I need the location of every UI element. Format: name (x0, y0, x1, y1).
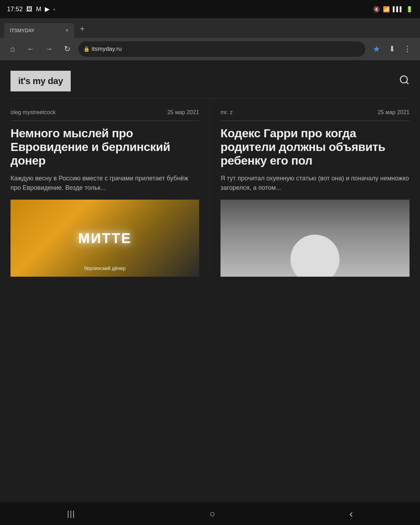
mail-icon: M (36, 6, 41, 13)
address-bar-wrapper: 🔒 (78, 41, 365, 57)
menu-button[interactable]: ⋮ (400, 42, 414, 56)
svg-line-1 (406, 82, 408, 84)
article-excerpt-1: Каждую весну в Россию вместе с грачами п… (10, 174, 199, 193)
article-date-1: 25 мар 2021 (167, 109, 199, 116)
recent-apps-button[interactable]: ||| (60, 506, 82, 521)
article-card-1[interactable]: oleg mystreetcock 25 мар 2021 Немного мы… (0, 99, 210, 277)
back-nav-button[interactable]: ‹ (342, 505, 360, 523)
article-excerpt-2: Я тут прочитал охуенную статью (вот она)… (220, 174, 410, 193)
dot-icon: ● (53, 7, 55, 11)
download-button[interactable]: ⬇ (385, 42, 399, 56)
article-image-2 (220, 200, 410, 277)
article-title-2: Кодекс Гарри про когда родители должны о… (220, 126, 410, 167)
toolbar-right: ★ ⬇ ⋮ (370, 42, 414, 56)
site-content: it's my day oleg mystreetcock 25 мар 202… (0, 60, 420, 502)
address-input[interactable] (78, 41, 365, 57)
articles-grid: oleg mystreetcock 25 мар 2021 Немного мы… (0, 99, 420, 277)
lock-icon: 🔒 (83, 46, 90, 52)
article-card-2[interactable]: mr. z 25 мар 2021 Кодекс Гарри про когда… (210, 99, 420, 277)
status-bar: 17:52 🖼 M ▶ ● 🔇 📶 ▌▌▌ 🔋 (0, 0, 420, 18)
browser-toolbar: ⌂ ← → ↻ 🔒 ★ ⬇ ⋮ (0, 38, 420, 60)
home-nav-button[interactable]: ○ (203, 506, 222, 522)
mute-icon: 🔇 (373, 6, 380, 13)
browser-tab-active[interactable]: ITSMYDAY × (4, 23, 74, 38)
battery-icon: 🔋 (406, 6, 413, 13)
youtube-icon: ▶ (45, 5, 50, 13)
site-header: it's my day (0, 60, 420, 98)
signal-icon: ▌▌▌ (393, 6, 403, 12)
new-tab-button[interactable]: + (76, 21, 89, 36)
status-left: 17:52 🖼 M ▶ ● (7, 5, 55, 13)
refresh-button[interactable]: ↻ (60, 42, 74, 56)
article-image-1 (10, 200, 199, 277)
forward-button[interactable]: → (42, 42, 56, 56)
article-title-1: Немного мыслей про Евровидение и берлинс… (10, 126, 199, 167)
status-right: 🔇 📶 ▌▌▌ 🔋 (373, 6, 413, 13)
status-time: 17:52 (7, 6, 23, 13)
article-author-2: mr. z (220, 109, 233, 116)
home-button[interactable]: ⌂ (6, 42, 20, 56)
photo-icon: 🖼 (26, 6, 33, 13)
article-date-2: 25 мар 2021 (378, 109, 410, 116)
back-button[interactable]: ← (24, 42, 38, 56)
bookmark-button[interactable]: ★ (370, 42, 384, 56)
search-button[interactable] (399, 75, 410, 88)
tab-title: ITSMYDAY (10, 28, 61, 33)
wifi-icon: 📶 (383, 6, 390, 13)
article-meta-2: mr. z 25 мар 2021 (220, 109, 410, 121)
site-logo[interactable]: it's my day (10, 71, 71, 91)
android-nav-bar: ||| ○ ‹ (0, 503, 420, 525)
article-author-1: oleg mystreetcock (10, 109, 56, 116)
browser-tabs: ITSMYDAY × + (0, 18, 420, 38)
tab-close-button[interactable]: × (65, 27, 69, 34)
article-meta-1: oleg mystreetcock 25 мар 2021 (10, 109, 199, 121)
person-silhouette (290, 235, 340, 277)
